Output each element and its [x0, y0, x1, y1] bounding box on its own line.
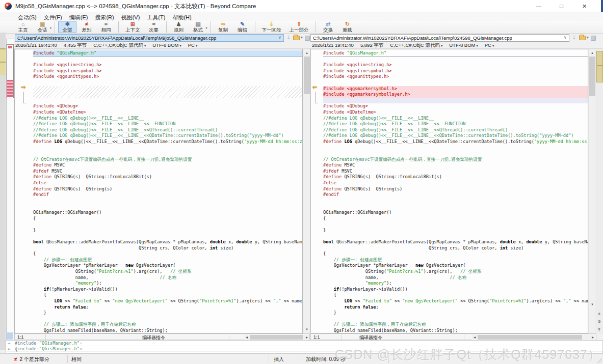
code-line: // QtCreator在msvc下设置编码也或有一些乱码，直接一刀切,避免繁琐… — [323, 157, 588, 163]
scroll-up-icon[interactable]: ▴ — [303, 49, 310, 56]
diff-overview-map[interactable] — [6, 39, 14, 344]
all-button[interactable]: ✱全部 — [58, 21, 76, 33]
left-editor-pane[interactable]: #include "QGisManager.h"#include <qgslin… — [14, 49, 303, 333]
code-line — [323, 80, 588, 86]
code-line: return false; — [33, 304, 302, 311]
caret-down-icon[interactable]: ▾ — [50, 26, 51, 30]
beyond-compare-logo-icon — [5, 3, 12, 10]
same-button[interactable]: =相同 — [97, 21, 115, 33]
minor-button[interactable]: ≈次要 — [145, 21, 163, 33]
detail-line[interactable]: ⇒#include·"QGisManager.h"¤ — [6, 341, 602, 346]
resize-grip[interactable] — [597, 358, 602, 363]
line-detail-pane: ⇒#include·"QGisManager.h"¤⇐#include·"QGi… — [6, 340, 603, 353]
toolbar-button-label: 规则 — [174, 27, 183, 33]
right-path-dropdown-icon[interactable]: ∨ — [564, 35, 567, 40]
code-line: name, // 名称 — [33, 275, 302, 281]
code-line: { — [33, 292, 302, 298]
code-line: #ifdef MSVC — [323, 169, 588, 175]
scroll-right-icon[interactable]: ▸ — [590, 334, 595, 340]
code-line: // 步骤二: 添加属性字段，用于存储标记名称 — [323, 322, 588, 328]
right-download-icon[interactable]: ↧ — [572, 34, 576, 41]
left-vertical-scrollbar[interactable]: ▴ ▾ — [303, 49, 310, 333]
code-line: #include "QGisManager.h" — [33, 50, 302, 57]
prev-section-button[interactable]: ⇑上一部分 — [286, 21, 312, 33]
maximize-button[interactable]: □ — [550, 0, 573, 12]
right-save-icon[interactable] — [591, 36, 596, 41]
edit-button[interactable]: ✎编辑 — [233, 21, 252, 33]
code-line — [33, 80, 302, 86]
right-vertical-scrollbar[interactable]: ▴ ▾ — [588, 49, 595, 333]
code-line — [33, 151, 302, 157]
beyond-compare-window: M9jo58_QGisManager.cpp <--> 024598_QGisM… — [0, 0, 603, 364]
right-syntax-select[interactable]: C,C++,C#,ObjC 源代码▾ — [390, 42, 442, 49]
code-line: name, // 名称 — [323, 275, 588, 281]
differences-button[interactable]: ≠差别 — [77, 21, 96, 33]
code-line — [33, 98, 302, 104]
copy-button[interactable]: ⇒复制 — [214, 21, 232, 33]
code-line: { — [323, 216, 588, 222]
reload-button[interactable]: ↻重载 — [338, 21, 357, 33]
right-editor-pane[interactable]: #include "QGisManager.h"#include <qgslin… — [310, 49, 588, 333]
caret-down-icon[interactable]: ▾ — [205, 26, 207, 30]
copy-section-left-arrow-icon[interactable]: ⇐ — [312, 85, 317, 90]
left-horizontal-scrollbar[interactable]: ◂ ▸ — [244, 334, 309, 340]
code-line: } — [33, 310, 302, 316]
home-button[interactable]: ⌂主页 — [14, 21, 32, 33]
tbar-button[interactable]: Ŧ — [595, 326, 603, 334]
right-scroll-thumb[interactable] — [589, 57, 595, 96]
swap-button[interactable]: ⇄交换 — [319, 21, 337, 33]
code-line: #define QSTRING(s) QString::fromLocal8Bi… — [33, 174, 302, 180]
scroll-up-icon[interactable]: ▴ — [589, 49, 596, 56]
right-browse-folder-icon[interactable] — [579, 36, 586, 40]
left-syntax-select[interactable]: C,C++,C#,ObjC 源代码▾ — [93, 42, 146, 49]
left-hscroll-thumb[interactable] — [250, 335, 303, 340]
context-button[interactable]: ⊞上下文 — [122, 21, 144, 33]
code-line: return false; — [323, 304, 588, 311]
right-hscroll-thumb[interactable] — [478, 335, 582, 340]
right-path-input[interactable]: C:\Users\Administrator.Win102025YBRXAF\A… — [310, 34, 569, 42]
left-encoding-select[interactable]: UTF-8 BOM▾ — [152, 42, 181, 49]
copy-section-right-arrow-icon[interactable]: ⇒ — [21, 85, 25, 90]
code-line: QGisManager::QGisManager() — [323, 210, 588, 216]
left-path-input[interactable]: C:\Users\Administrator.Win102025YBRXAF\A… — [15, 34, 284, 42]
differences-icon: ≠ — [85, 21, 88, 27]
swap-icon: ⇄ — [326, 21, 330, 27]
plus-minus-button[interactable]: ± — [595, 310, 603, 318]
close-button[interactable]: ✕ — [573, 0, 596, 12]
scroll-right-icon[interactable]: ▸ — [304, 334, 309, 340]
right-code-area[interactable]: #include "QGisManager.h"#include <qgslin… — [323, 50, 588, 333]
left-save-icon[interactable] — [305, 36, 310, 41]
detail-scroll-left-icon[interactable]: ◂ — [15, 349, 17, 353]
code-line: //#define LOG qDebug()<<__FILE__<<__LINE… — [33, 127, 302, 133]
scroll-down-icon[interactable]: ▾ — [303, 326, 310, 332]
left-folder-caret-icon[interactable]: ▾ — [301, 35, 303, 40]
left-download-icon[interactable]: ↧ — [286, 34, 291, 41]
format-button[interactable]: ▤格式▾ — [189, 21, 207, 33]
all-icon: ✱ — [65, 21, 69, 27]
left-path-dropdown-icon[interactable]: ∨ — [278, 35, 281, 40]
left-browse-folder-icon[interactable] — [293, 36, 300, 40]
toolbar-button-label: 主页 — [18, 27, 28, 33]
right-encoding-select[interactable]: UTF-8 BOM▾ — [449, 42, 478, 49]
rules-button[interactable]: ♟规则 — [170, 21, 188, 33]
left-scroll-thumb[interactable] — [304, 57, 310, 94]
code-line: QString crs, QColor color, int size) — [323, 245, 588, 251]
right-horizontal-scrollbar[interactable]: ◂ ▸ — [472, 334, 595, 340]
scroll-left-icon[interactable]: ◂ — [244, 334, 249, 340]
scroll-left-icon[interactable]: ◂ — [472, 334, 477, 340]
left-code-area[interactable]: #include "QGisManager.h"#include <qgslin… — [33, 50, 302, 333]
left-lineend-select[interactable]: PC▾ — [188, 42, 197, 49]
circle-button[interactable]: ⊙ — [595, 318, 603, 326]
overview-scroll-thumb[interactable] — [7, 332, 13, 340]
minimize-button[interactable]: — — [527, 0, 550, 12]
next-section-button[interactable]: ⇓下一区段 — [258, 21, 285, 33]
code-line: #ifdef MSVC — [33, 169, 302, 175]
detail-line[interactable]: ⇐#include·"QGisManager.h"¤ — [6, 346, 602, 352]
left-file-size: 4,455 字节 — [64, 42, 87, 49]
right-lineend-select[interactable]: PC▾ — [485, 42, 494, 49]
scroll-down-icon[interactable]: ▾ — [589, 301, 596, 307]
sessions-button[interactable]: ▣会话▾ — [33, 21, 51, 33]
code-line: QString("Point?crs=%1").arg(crs), // 坐标系 — [323, 269, 588, 275]
right-folder-caret-icon[interactable]: ▾ — [587, 35, 589, 40]
code-line: } — [33, 228, 302, 234]
